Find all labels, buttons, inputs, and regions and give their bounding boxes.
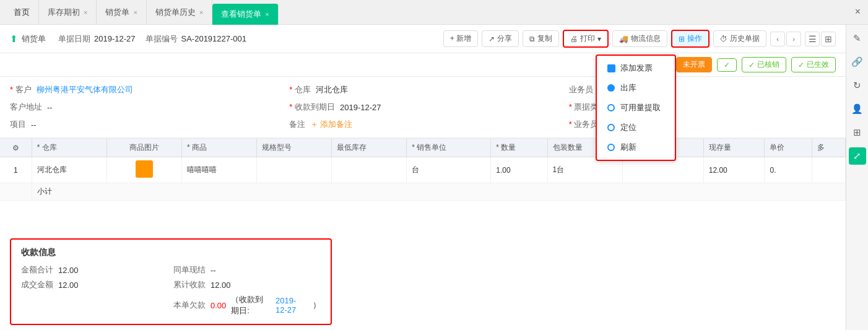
customer-value[interactable]: 柳州粤港平安气体有限公司: [37, 84, 133, 95]
confirm-button[interactable]: ✓: [717, 58, 737, 72]
owed-row: 本单欠款 0.00 （收款到期日: 2019-12-27 ）: [173, 294, 321, 316]
col-image: 商品图片: [106, 139, 181, 157]
print-dropdown-arrow[interactable]: ▾: [597, 35, 601, 43]
nav-arrows: ‹ ›: [770, 32, 801, 46]
add-note-button[interactable]: ＋ 添加备注: [310, 119, 352, 130]
close-view-tab[interactable]: ×: [265, 11, 269, 18]
form-area: 客户 柳州粤港平安气体有限公司 仓库 河北仓库 业务员 演示账号 客户地址 --…: [0, 77, 846, 138]
row-unit: 台: [407, 157, 491, 183]
check-icon-2: ✓: [749, 61, 755, 69]
menu-refresh[interactable]: 刷新: [597, 137, 675, 157]
col-quantity: * 数量: [491, 139, 547, 157]
list-view-button[interactable]: ☰: [805, 32, 820, 46]
secondary-toolbar: 📱 来自手机 未开票 ✓ ✓ 已核销 ✓ 已生效: [0, 53, 846, 77]
row-min-stock: [332, 157, 407, 183]
payment-grid: 金额合计 12.00 成交金额 12.00 同单现结 -- 累计收款: [21, 264, 321, 316]
col-gear[interactable]: ⚙: [0, 139, 32, 157]
history-button[interactable]: ⏱ 历史单据: [713, 30, 766, 47]
col-warehouse: * 仓库: [32, 139, 106, 157]
history-icon: ⏱: [720, 35, 727, 43]
total-row: 金额合计 12.00: [21, 264, 168, 276]
plus-icon: ＋: [310, 119, 318, 130]
customer-label: 客户: [10, 84, 32, 95]
prev-button[interactable]: ‹: [770, 32, 785, 46]
sales-icon: ⬆: [10, 33, 18, 45]
table-sidebar-icon[interactable]: ⊞: [849, 124, 866, 141]
col-product: * 商品: [181, 139, 256, 157]
already-void-button[interactable]: ✓ 已核销: [742, 57, 786, 72]
due-date-label: 收款到期日: [289, 102, 335, 113]
link-sidebar-icon[interactable]: 🔗: [849, 53, 866, 71]
window-close-button[interactable]: ×: [855, 6, 861, 17]
project-value: --: [31, 120, 37, 129]
edit-sidebar-icon[interactable]: ✎: [849, 30, 866, 47]
new-button[interactable]: + 新增: [443, 30, 478, 47]
expand-sidebar-icon[interactable]: ⤢: [849, 147, 866, 165]
check-icon: ✓: [724, 61, 730, 69]
share-button[interactable]: ↗ 分享: [482, 30, 519, 47]
not-open-button[interactable]: 未开票: [676, 57, 712, 72]
menu-locate[interactable]: 定位: [597, 118, 675, 137]
doc-header: ⬆ 销货单 单据日期 2019-12-27 单据编号 SA-20191227-0…: [0, 25, 846, 53]
operation-button[interactable]: ⊞ 操作: [671, 30, 710, 48]
row-more: [812, 157, 845, 183]
right-sidebar: ✎ 🔗 ↻ 👤 ⊞ ⤢: [846, 25, 868, 330]
warehouse-field: 仓库 河北仓库: [289, 84, 556, 95]
payment-title: 收款信息: [21, 247, 321, 258]
tab-sales-history[interactable]: 销货单历史 ×: [147, 0, 212, 25]
row-product: 嘻嘻嘻嘻: [181, 157, 256, 183]
doc-number: 单据编号 SA-20191227-001: [145, 33, 247, 45]
locate-icon: [607, 123, 615, 132]
add-invoice-icon: [607, 64, 615, 72]
subtotal-row: 小计: [0, 183, 846, 201]
product-table: ⚙ * 仓库 商品图片 * 商品 规格型号 最低库存 * 销售单位 * 数量 包…: [0, 139, 846, 201]
project-field: 项目 --: [10, 119, 277, 130]
tab-view-sales[interactable]: 查看销货单 ×: [212, 4, 278, 25]
tab-home[interactable]: 首页: [5, 0, 39, 25]
due-date-field: 收款到期日 2019-12-27: [289, 102, 556, 113]
col-spec: 规格型号: [257, 139, 332, 157]
warehouse-label: 仓库: [289, 84, 311, 95]
row-spec: [257, 157, 332, 183]
user-sidebar-icon[interactable]: 👤: [849, 100, 866, 118]
menu-add-invoice[interactable]: 添加发票: [597, 58, 675, 78]
next-button[interactable]: ›: [786, 32, 801, 46]
refresh-sidebar-icon[interactable]: ↻: [849, 77, 866, 94]
menu-available-qty[interactable]: 可用量提取: [597, 98, 675, 118]
col-unit: * 销售单位: [407, 139, 491, 157]
tab-inventory[interactable]: 库存期初 ×: [39, 0, 97, 25]
table-header-row: ⚙ * 仓库 商品图片 * 商品 规格型号 最低库存 * 销售单位 * 数量 包…: [0, 139, 846, 157]
tab-sales[interactable]: 销货单 ×: [97, 0, 146, 25]
tab-bar: 首页 库存期初 × 销货单 × 销货单历史 × 查看销货单 × ×: [0, 0, 868, 25]
print-icon: 🖨: [570, 35, 578, 43]
close-inventory-tab[interactable]: ×: [84, 9, 87, 16]
copy-button[interactable]: ⧉ 复制: [523, 30, 559, 47]
col-more: 多: [812, 139, 845, 157]
address-label: 客户地址: [10, 102, 42, 113]
product-thumbnail: [136, 160, 153, 178]
check-icon-3: ✓: [798, 61, 804, 69]
copy-icon: ⧉: [529, 35, 535, 43]
row-warehouse: 河北仓库: [32, 157, 106, 183]
close-sales-tab[interactable]: ×: [133, 9, 137, 16]
same-order-row: 同单现结 --: [173, 264, 321, 276]
close-history-tab[interactable]: ×: [199, 9, 203, 16]
row-unit-price: 0.: [765, 157, 812, 183]
note-label: 备注: [289, 119, 305, 130]
due-date-value: 2019-12-27: [340, 103, 381, 112]
truck-icon: 🚚: [619, 35, 628, 43]
doc-type-label: 销货单: [22, 33, 46, 45]
operation-dropdown: 添加发票 出库 可用量提取 定位 刷新: [596, 54, 676, 161]
menu-outbound[interactable]: 出库: [597, 78, 675, 98]
already-active-button[interactable]: ✓ 已生效: [791, 57, 836, 72]
col-unit-price: 单价: [765, 139, 812, 157]
row-seq: 1: [0, 157, 32, 183]
share-icon: ↗: [488, 35, 495, 43]
grid-view-button[interactable]: ⊞: [821, 32, 836, 46]
row-current-stock: 12.00: [703, 157, 765, 183]
logistics-button[interactable]: 🚚 物流信息: [612, 30, 667, 47]
col-current-stock: 现存量: [703, 139, 765, 157]
print-button[interactable]: 🖨 打印 ▾: [563, 30, 609, 48]
main-toolbar: + 新增 ↗ 分享 ⧉ 复制 🖨 打印 ▾ 🚚 物流信息: [443, 30, 836, 48]
row-quantity: 1.00: [491, 157, 547, 183]
